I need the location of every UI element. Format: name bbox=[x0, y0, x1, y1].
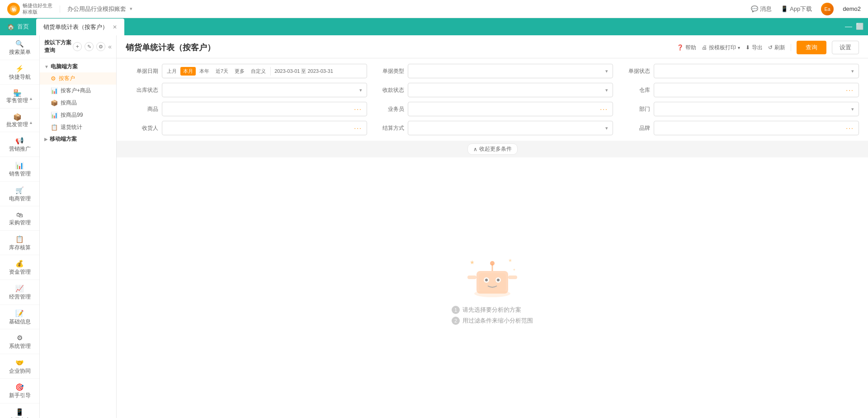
tab-close-btn[interactable]: ✕ bbox=[113, 24, 117, 30]
empty-step-1: 1 请先选择要分析的方案 bbox=[452, 306, 533, 314]
tree-item-label: 退货统计 bbox=[61, 124, 82, 131]
consignee-select[interactable]: ··· bbox=[162, 121, 367, 135]
header-left: 畅 畅捷信好生意 标准版 办公用品行业模拟账套 ▾ bbox=[7, 3, 132, 15]
brand-label: 品牌 bbox=[618, 124, 654, 132]
tab-sales-stat[interactable]: 销货单统计表（按客户） ✕ bbox=[36, 19, 124, 36]
filter-row-3: 商品 ··· 业务员 ··· 部门 bbox=[126, 102, 859, 116]
doc-status-select[interactable]: ▾ bbox=[654, 64, 859, 78]
sidebar-item-operations[interactable]: 📈 经营管理 bbox=[0, 280, 39, 305]
payment-method-select[interactable]: ▾ bbox=[408, 121, 613, 135]
finance-icon: 💰 bbox=[15, 260, 24, 268]
print-icon: 🖨 bbox=[702, 44, 707, 51]
add-icon: + bbox=[76, 43, 79, 50]
sidebar-item-retail[interactable]: 🏪 零售管理 ▲ bbox=[0, 85, 39, 109]
scheme-actions: + ✎ ⚙ « bbox=[73, 42, 112, 51]
tab-home[interactable]: 🏠 首页 bbox=[0, 18, 36, 35]
tree-item-label: 按商品 bbox=[61, 99, 77, 107]
sidebar-item-inventory[interactable]: 📋 库存核算 bbox=[0, 231, 39, 256]
sidebar-item-finance[interactable]: 💰 资金管理 bbox=[0, 255, 39, 280]
scheme-edit-btn[interactable]: ✎ bbox=[85, 42, 94, 51]
sidebar-item-enterprise[interactable]: 🤝 企业协同 bbox=[0, 354, 39, 379]
refresh-btn[interactable]: ↺ 刷新 bbox=[768, 44, 785, 52]
svg-text:★: ★ bbox=[470, 259, 475, 266]
svg-text:★: ★ bbox=[508, 258, 512, 263]
sidebar-item-search[interactable]: 🔍 搜索菜单 bbox=[0, 35, 39, 60]
collapse-btn[interactable]: ∧ 收起更多条件 bbox=[467, 143, 518, 155]
help-btn[interactable]: ❓ 帮助 bbox=[677, 44, 696, 52]
payment-status-chevron: ▾ bbox=[605, 87, 608, 93]
doc-type-select[interactable]: ▾ bbox=[408, 64, 613, 78]
goods-filter-item: 商品 ··· bbox=[126, 102, 367, 116]
sidebar-item-wholesale[interactable]: 📦 批发管理 ▲ bbox=[0, 109, 39, 133]
sidebar-item-basic-info[interactable]: 📝 基础信息 bbox=[0, 305, 39, 330]
group-name-mobile: 移动端方案 bbox=[50, 135, 77, 143]
tree-group-mobile[interactable]: ▶ 移动端方案 bbox=[40, 133, 116, 145]
group-arrow-down: ▼ bbox=[44, 64, 49, 69]
sidebar-item-app-center[interactable]: 📱 应用中心 bbox=[0, 404, 39, 418]
export-icon: ⬇ bbox=[745, 44, 750, 51]
tree-item-by-goods[interactable]: 📦 按商品 bbox=[40, 97, 116, 109]
date-range-display[interactable]: 2023-03-01 至 2023-03-31 bbox=[271, 68, 367, 75]
customer-goods-icon: 📊 bbox=[51, 87, 58, 94]
date-more[interactable]: 更多 bbox=[232, 67, 247, 76]
scheme-header: 按以下方案查询 + ✎ ⚙ « bbox=[40, 35, 116, 58]
marketing-icon: 📢 bbox=[15, 137, 24, 145]
page-title-bar: 销货单统计表（按客户） ❓ 帮助 🖨 按模板打印 ▾ ⬇ 导出 ↺ 刷新 bbox=[117, 35, 868, 58]
tree-item-return-stats[interactable]: 📋 退货统计 bbox=[40, 121, 116, 133]
sidebar-item-ecommerce[interactable]: 🛒 电商管理 bbox=[0, 182, 39, 207]
sidebar-item-quick-nav[interactable]: ⚡ 快捷导航 bbox=[0, 60, 39, 85]
sidebar-item-guide[interactable]: 🎯 新手引导 bbox=[0, 379, 39, 404]
customer-icon: ⚙ bbox=[51, 75, 56, 82]
scheme-settings-btn[interactable]: ⚙ bbox=[96, 42, 105, 51]
return-icon: 📋 bbox=[51, 124, 58, 131]
header-dropdown[interactable]: ▾ bbox=[130, 6, 132, 12]
svg-rect-9 bbox=[467, 276, 476, 279]
sidebar-item-sales[interactable]: 📊 销售管理 bbox=[0, 157, 39, 182]
app-download-btn[interactable]: 📱 App下载 bbox=[781, 5, 812, 13]
user-avatar[interactable]: Ea bbox=[821, 3, 834, 15]
tree-item-by-customer[interactable]: ⚙ 按客户 bbox=[40, 72, 116, 85]
template-print-btn[interactable]: 🖨 按模板打印 ▾ bbox=[702, 44, 740, 52]
step-1-text: 请先选择要分析的方案 bbox=[462, 306, 521, 314]
scheme-add-btn[interactable]: + bbox=[73, 42, 82, 51]
sidebar-item-marketing[interactable]: 📢 营销推广 bbox=[0, 132, 39, 157]
home-icon: 🏠 bbox=[7, 24, 14, 30]
payment-status-select[interactable]: ▾ bbox=[408, 83, 613, 97]
main-area: 🔍 搜索菜单 ⚡ 快捷导航 🏪 零售管理 ▲ 📦 批发管理 ▲ 📢 营销推广 bbox=[0, 35, 868, 418]
date-custom[interactable]: 自定义 bbox=[248, 67, 269, 76]
query-btn[interactable]: 查询 bbox=[797, 41, 826, 54]
filter-row-2: 出库状态 ▾ 收款状态 ▾ 仓库 bbox=[126, 83, 859, 97]
brand-select[interactable]: ··· bbox=[654, 121, 859, 135]
date-filter-control: 上月 本月 本年 近7天 更多 自定义 2023-03-01 至 2023-03… bbox=[162, 64, 367, 78]
tree-item-label: 按客户 bbox=[59, 75, 75, 82]
out-status-select[interactable]: ▾ bbox=[162, 83, 367, 97]
department-select[interactable]: ▾ bbox=[654, 102, 859, 116]
user-name[interactable]: demo2 bbox=[843, 5, 861, 12]
payment-method-filter-item: 结算方式 ▾ bbox=[372, 121, 613, 135]
sidebar-item-purchase[interactable]: 🛍 采购管理 bbox=[0, 206, 39, 231]
tree-item-by-goods-99[interactable]: 📊 按商品99 bbox=[40, 109, 116, 121]
warehouse-label: 仓库 bbox=[618, 86, 654, 94]
settings-btn[interactable]: 设置 bbox=[832, 41, 859, 54]
goods-more-dots: ··· bbox=[354, 105, 362, 113]
goods-select[interactable]: ··· bbox=[162, 102, 367, 116]
doc-type-filter-item: 单据类型 ▾ bbox=[372, 64, 613, 78]
tab-maximize-btn[interactable]: ⬜ bbox=[856, 23, 863, 31]
warehouse-select[interactable]: ··· bbox=[654, 83, 859, 97]
message-btn[interactable]: 💬 消息 bbox=[751, 5, 772, 13]
date-this-year[interactable]: 本年 bbox=[197, 67, 212, 76]
wholesale-icon: 📦 bbox=[13, 113, 22, 121]
date-last-month[interactable]: 上月 bbox=[164, 67, 179, 76]
tree-group-desktop[interactable]: ▼ 电脑端方案 bbox=[40, 61, 116, 72]
svg-rect-4 bbox=[479, 273, 506, 291]
tab-minimize-btn[interactable]: — bbox=[845, 23, 852, 31]
date-last-7-days[interactable]: 近7天 bbox=[213, 67, 231, 76]
salesperson-select[interactable]: ··· bbox=[408, 102, 613, 116]
sidebar-item-system[interactable]: ⚙ 系统管理 bbox=[0, 329, 39, 354]
date-quick-btns: 上月 本月 本年 近7天 更多 自定义 bbox=[162, 67, 271, 76]
scheme-collapse-btn[interactable]: « bbox=[108, 43, 112, 50]
tree-item-by-customer-goods[interactable]: 📊 按客户+商品 bbox=[40, 85, 116, 97]
download-icon: 📱 bbox=[781, 5, 788, 12]
date-this-month[interactable]: 本月 bbox=[180, 67, 196, 76]
export-btn[interactable]: ⬇ 导出 bbox=[745, 44, 763, 52]
